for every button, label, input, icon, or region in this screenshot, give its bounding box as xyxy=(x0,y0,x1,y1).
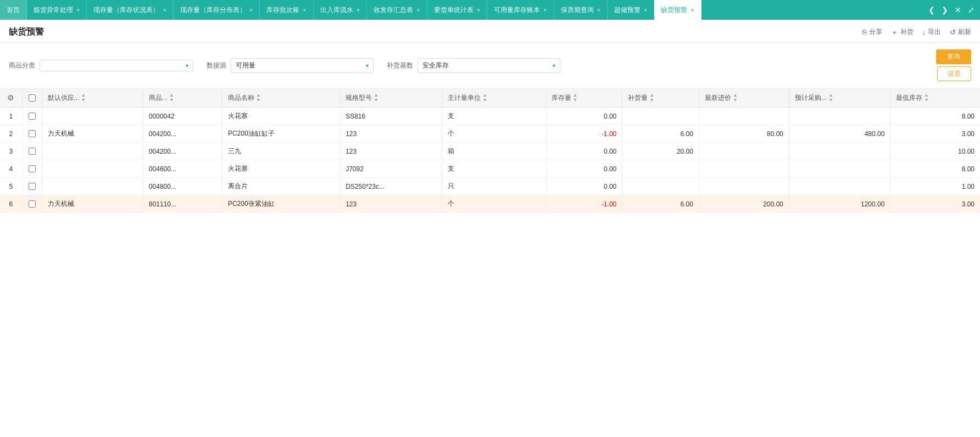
replenish-button[interactable]: ＋ 补货 xyxy=(891,27,914,37)
cell-latest-price-4 xyxy=(699,160,789,178)
column-header-min-stock[interactable]: 最低库存 ▲▼ xyxy=(890,88,980,108)
refresh-label: 刷新 xyxy=(958,27,971,37)
cell-min-stock-2: 3.00 xyxy=(890,125,980,143)
tab-label-inout-flow: 出入库流水 xyxy=(320,5,353,15)
refresh-button[interactable]: ↺ 刷新 xyxy=(950,27,971,37)
tab-inventory-dist[interactable]: 现存量（库存分布表）× xyxy=(174,0,260,20)
cell-latest-price-5 xyxy=(699,178,789,195)
tab-refine-exception[interactable]: 炼货异常处理× xyxy=(27,0,87,20)
settings-button[interactable]: 设置 xyxy=(937,66,971,81)
cell-unit-6: 个 xyxy=(442,195,545,213)
row-checkbox-2[interactable] xyxy=(29,130,36,137)
tab-close-batch-account[interactable]: × xyxy=(303,7,306,13)
cell-spec-4: J7092 xyxy=(340,160,442,178)
replenish-base-arrow: ▾ xyxy=(553,63,555,69)
column-header-spec[interactable]: 规格型号 ▲▼ xyxy=(340,88,442,108)
select-all-checkbox[interactable] xyxy=(29,94,36,102)
replenish-base-label: 补货基数 xyxy=(387,61,413,70)
cell-unit-5: 只 xyxy=(442,178,545,195)
tab-close-order-stats[interactable]: × xyxy=(477,7,480,13)
sort-icon-price: ▲▼ xyxy=(733,93,738,103)
table-row: 5 004800... 离合片 DS250*23c... 只 0.00 1.00 xyxy=(0,178,980,195)
tab-receipt-summary[interactable]: 收发存汇总表× xyxy=(367,0,427,20)
cell-estimated-purchase-6: 1200.00 xyxy=(789,195,890,213)
tab-nav-prev[interactable]: ❮ xyxy=(925,3,938,16)
column-header-product-name[interactable]: 商品名称 ▲▼ xyxy=(222,88,339,108)
sort-icon-unit: ▲▼ xyxy=(482,93,487,103)
share-button[interactable]: ⎘ 分享 xyxy=(862,27,882,37)
tab-close-shortage-warning[interactable]: × xyxy=(691,7,694,13)
tab-available-ledger[interactable]: 可用量库存账本× xyxy=(487,0,554,20)
cell-stock-2: -1.00 xyxy=(545,125,622,143)
cell-row-num-4: 4 xyxy=(0,160,22,178)
row-checkbox-5[interactable] xyxy=(29,183,36,190)
tab-inventory-status[interactable]: 现存量（库存状况表）× xyxy=(87,0,173,20)
table-header-row: ⚙ 默认供应... ▲▼ xyxy=(0,88,980,108)
refresh-icon: ↺ xyxy=(950,28,956,36)
column-header-product-code[interactable]: 商品... ▲▼ xyxy=(143,88,222,108)
tab-overstock-warning[interactable]: 超储预警× xyxy=(608,0,654,20)
column-header-unit[interactable]: 主计量单位 ▲▼ xyxy=(442,88,545,108)
filter-actions: 查询 设置 xyxy=(936,49,971,81)
tab-label-receipt-summary: 收发存汇总表 xyxy=(374,5,413,15)
cell-supplier-6: 力天机械 xyxy=(42,195,143,213)
cell-replenish-qty-6: 6.00 xyxy=(622,195,699,213)
query-button[interactable]: 查询 xyxy=(936,49,971,64)
tab-nav-fullscreen[interactable]: ⤢ xyxy=(965,3,978,16)
column-header-estimated-purchase[interactable]: 预计采购... ▲▼ xyxy=(789,88,890,108)
cell-latest-price-2: 80.00 xyxy=(699,125,789,143)
cell-supplier-2: 力天机械 xyxy=(42,125,143,143)
header-actions: ⎘ 分享 ＋ 补货 ↓ 导出 ↺ 刷新 xyxy=(862,27,972,37)
cell-stock-1: 0.00 xyxy=(545,108,622,125)
cell-stock-3: 0.00 xyxy=(545,143,622,160)
tab-close-expiry-query[interactable]: × xyxy=(597,7,600,13)
tab-close-inventory-dist[interactable]: × xyxy=(249,7,253,13)
replenish-base-select-value: 安全库存 xyxy=(422,61,449,70)
table-row: 6 力天机械 801110... PC200张紧油缸 123 个 -1.00 6… xyxy=(0,195,980,213)
cell-unit-4: 支 xyxy=(442,160,545,178)
row-checkbox-4[interactable] xyxy=(29,165,36,172)
cell-min-stock-3: 10.00 xyxy=(890,143,980,160)
tab-close-inventory-status[interactable]: × xyxy=(163,7,166,13)
tab-shortage-warning[interactable]: 缺货预警× xyxy=(654,0,701,20)
row-checkbox-6[interactable] xyxy=(29,200,36,208)
export-button[interactable]: ↓ 导出 xyxy=(922,27,942,37)
tab-batch-account[interactable]: 库存批次账× xyxy=(260,0,313,20)
tab-label-batch-account: 库存批次账 xyxy=(266,5,299,15)
row-checkbox-3[interactable] xyxy=(29,148,36,155)
cell-latest-price-1 xyxy=(699,108,789,125)
cell-row-num-2: 2 xyxy=(0,125,22,143)
tab-close-refine-exception[interactable]: × xyxy=(76,7,80,13)
tab-nav-next[interactable]: ❯ xyxy=(938,3,951,16)
column-header-latest-price[interactable]: 最新进价 ▲▼ xyxy=(699,88,789,108)
tab-expiry-query[interactable]: 保质期查询× xyxy=(554,0,608,20)
cell-checkbox-2 xyxy=(22,125,42,143)
tab-nav-close-window[interactable]: ✕ xyxy=(951,3,965,16)
column-header-gear[interactable]: ⚙ xyxy=(0,88,22,108)
column-header-stock[interactable]: 库存量 ▲▼ xyxy=(545,88,622,108)
cell-name-1: 火花塞 xyxy=(222,108,339,125)
tab-close-inout-flow[interactable]: × xyxy=(357,7,360,13)
tab-label-expiry-query: 保质期查询 xyxy=(561,5,594,15)
table-row: 2 力天机械 004200... PC200油缸缸子 123 个 -1.00 6… xyxy=(0,125,980,143)
tab-inout-flow[interactable]: 出入库流水× xyxy=(314,0,367,20)
sort-icon-purchase: ▲▼ xyxy=(828,93,833,103)
cell-estimated-purchase-1 xyxy=(789,108,890,125)
row-checkbox-1[interactable] xyxy=(29,113,36,120)
cell-row-num-6: 6 xyxy=(0,195,22,213)
tab-order-stats[interactable]: 要货单统计表× xyxy=(427,0,487,20)
datasource-select[interactable]: 可用量 ▾ xyxy=(231,58,374,73)
cell-min-stock-6: 3.00 xyxy=(890,195,980,213)
category-select[interactable]: ▾ xyxy=(40,60,193,71)
tab-label-inventory-dist: 现存量（库存分布表） xyxy=(180,5,246,15)
cell-replenish-qty-3: 20.00 xyxy=(622,143,699,160)
tab-close-overstock-warning[interactable]: × xyxy=(644,7,647,13)
replenish-base-select[interactable]: 安全库存 ▾ xyxy=(417,58,560,73)
sort-icon-name: ▲▼ xyxy=(256,93,261,103)
tab-close-available-ledger[interactable]: × xyxy=(543,7,547,13)
tab-close-receipt-summary[interactable]: × xyxy=(416,7,420,13)
column-header-default-supplier[interactable]: 默认供应... ▲▼ xyxy=(42,88,143,108)
column-header-replenish-qty[interactable]: 补货量 ▲▼ xyxy=(622,88,699,108)
tab-home[interactable]: 首页 xyxy=(0,0,27,20)
cell-checkbox-4 xyxy=(22,160,42,178)
